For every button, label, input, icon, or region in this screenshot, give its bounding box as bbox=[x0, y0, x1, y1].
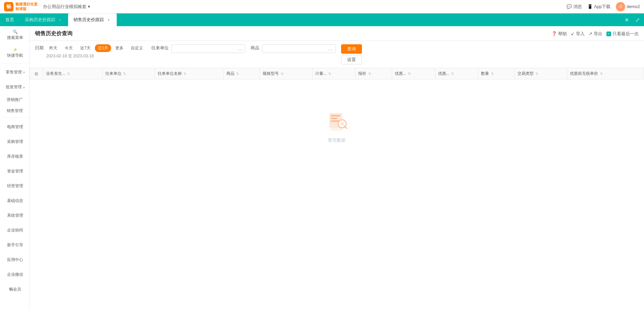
gear-icon[interactable]: ⚙ bbox=[34, 71, 39, 76]
sort-icon: ⇅ bbox=[408, 72, 411, 75]
product-dots-icon[interactable]: ... bbox=[328, 46, 333, 52]
empty-state-icon bbox=[323, 106, 350, 133]
date-btn-1month[interactable]: 近1月 bbox=[95, 44, 111, 52]
sort-icon: ⇅ bbox=[600, 72, 603, 75]
tab-maximize-btn[interactable]: ⤢ bbox=[633, 16, 641, 24]
export-action[interactable]: ↗ 导出 bbox=[589, 31, 602, 37]
sidebar: 🔍 搜索菜单 ⚡ 快捷导航 零售管理 ▾ 批发管理 ▴ 营销推广 销售管理 电商… bbox=[0, 26, 30, 310]
col-discount1[interactable]: 优惠... ⇅ bbox=[392, 68, 435, 80]
tab-sales-history-close[interactable]: × bbox=[106, 17, 111, 22]
tab-close-all-btn[interactable]: ✕ bbox=[623, 16, 631, 24]
sidebar-item-finance-mgmt[interactable]: 资金管理 bbox=[0, 164, 29, 178]
col-unit[interactable]: 计量... ⇅ bbox=[312, 68, 356, 80]
tab-purchase-history-close[interactable]: × bbox=[57, 17, 63, 22]
message-item[interactable]: 💬 消息 bbox=[567, 4, 582, 10]
help-icon: ❓ bbox=[551, 31, 557, 36]
partner-input[interactable] bbox=[174, 46, 238, 51]
col-pretax-price[interactable]: 优惠前无税单价 ⇅ bbox=[567, 68, 644, 80]
date-btn-7days[interactable]: 近7天 bbox=[77, 44, 94, 52]
col-gear: ⚙ bbox=[30, 68, 43, 80]
date-options: 昨天 今天 近7天 近1月 更多 自定义 bbox=[46, 44, 146, 52]
sort-icon: ⇅ bbox=[67, 72, 70, 75]
svg-point-7 bbox=[340, 122, 344, 126]
svg-rect-3 bbox=[331, 118, 337, 119]
svg-rect-4 bbox=[331, 120, 339, 122]
date-btn-more[interactable]: 更多 bbox=[112, 44, 126, 52]
sort-icon: ⇅ bbox=[281, 72, 283, 75]
sidebar-item-app-center[interactable]: 应用中心 bbox=[0, 252, 29, 267]
table-container: ⚙ 业务发生... ⇅ 往来单位 ⇅ 往来单位名称 ⇅ bbox=[30, 68, 644, 310]
tab-purchase-history[interactable]: 采购历史价跟踪 × bbox=[19, 13, 68, 26]
sidebar-item-retail-mgmt[interactable]: 零售管理 ▾ bbox=[0, 65, 29, 80]
sidebar-item-basic-info[interactable]: 基础信息 bbox=[0, 193, 29, 208]
sidebar-item-sales-mgmt[interactable]: 销售管理 bbox=[0, 105, 29, 116]
sidebar-item-search-menu[interactable]: 🔍 搜索菜单 bbox=[0, 26, 29, 44]
date-btn-today[interactable]: 今天 bbox=[62, 44, 76, 52]
product-filter-label: 商品 bbox=[251, 44, 259, 51]
sidebar-item-ecommerce-mgmt[interactable]: 电商管理 bbox=[0, 119, 29, 134]
col-partner-name[interactable]: 往来单位名称 ⇅ bbox=[155, 68, 224, 80]
date-filter: 昨天 今天 近7天 近1月 更多 自定义 2023-02-18 至 2023-0… bbox=[46, 44, 146, 59]
page-title: 销售历史价查询 bbox=[35, 30, 72, 37]
app-download-item[interactable]: 📱 App下载 bbox=[587, 4, 610, 10]
user-item[interactable]: d demo2 bbox=[616, 2, 640, 11]
col-spec[interactable]: 规格型号 ⇅ bbox=[260, 68, 313, 80]
date-btn-custom[interactable]: 自定义 bbox=[128, 44, 146, 52]
svg-rect-2 bbox=[331, 115, 340, 116]
sort-icon: ⇅ bbox=[491, 72, 494, 75]
sidebar-item-system-mgmt[interactable]: 系统管理 bbox=[0, 208, 29, 223]
import-action[interactable]: ↙ 导入 bbox=[571, 31, 585, 37]
product-filter-group: 商品 ... bbox=[251, 44, 336, 53]
sidebar-item-inventory-check[interactable]: 库存核算 bbox=[0, 149, 29, 164]
help-action[interactable]: ❓ 帮助 bbox=[551, 31, 567, 37]
partner-input-wrapper[interactable]: ... bbox=[171, 44, 245, 53]
partner-dots-icon[interactable]: ... bbox=[238, 46, 242, 52]
sidebar-item-enterprise-cooperation[interactable]: 企业协同 bbox=[0, 223, 29, 238]
settings-button[interactable]: 设置 bbox=[341, 55, 362, 64]
top-bar-left: 畅 畅捷通好生意 标准版 办公用品行业模拟账套 ▾ bbox=[4, 2, 93, 11]
col-price[interactable]: 报价 ⇅ bbox=[356, 68, 392, 80]
partner-filter-group: 往来单位 ... bbox=[151, 44, 245, 53]
col-product[interactable]: 商品 ⇅ bbox=[223, 68, 260, 80]
sidebar-item-enterprise-wechat[interactable]: 企业微信 bbox=[0, 267, 29, 282]
sidebar-divider-1 bbox=[0, 63, 29, 63]
app-selector[interactable]: 办公用品行业模拟账套 ▾ bbox=[40, 2, 93, 11]
empty-state-text: 暂无数据 bbox=[328, 137, 345, 143]
chevron-down-icon: ▾ bbox=[88, 4, 90, 9]
col-trade-type[interactable]: 交易类型 ⇅ bbox=[515, 68, 567, 80]
col-qty[interactable]: 数量 ⇅ bbox=[478, 68, 515, 80]
table-head: ⚙ 业务发生... ⇅ 往来单位 ⇅ 往来单位名称 ⇅ bbox=[30, 68, 644, 80]
table-header-row: ⚙ 业务发生... ⇅ 往来单位 ⇅ 往来单位名称 ⇅ bbox=[30, 68, 644, 80]
sort-icon: ⇅ bbox=[236, 72, 239, 75]
data-table: ⚙ 业务发生... ⇅ 往来单位 ⇅ 往来单位名称 ⇅ bbox=[30, 68, 644, 80]
search-menu-icon: 🔍 bbox=[13, 30, 18, 34]
sort-icon: ⇅ bbox=[328, 72, 331, 75]
product-input-wrapper[interactable]: ... bbox=[262, 44, 336, 53]
logo-text: 畅捷通好生意 标准版 bbox=[15, 2, 38, 11]
tab-home[interactable]: 首页 bbox=[0, 13, 19, 26]
col-discount2[interactable]: 优惠... ⇅ bbox=[435, 68, 478, 80]
sidebar-item-wholesale-mgmt[interactable]: 批发管理 ▴ bbox=[0, 80, 29, 94]
sidebar-item-purchase-mgmt[interactable]: 采购管理 bbox=[0, 134, 29, 149]
sidebar-item-marketing[interactable]: 营销推广 bbox=[0, 94, 29, 105]
sidebar-item-operations-mgmt[interactable]: 经营管理 bbox=[0, 178, 29, 193]
sidebar-item-member[interactable]: 畅会员 bbox=[0, 282, 29, 297]
sort-icon: ⇅ bbox=[535, 72, 538, 75]
content-area: 销售历史价查询 ❓ 帮助 ↙ 导入 ↗ 导出 ✓ bbox=[30, 26, 644, 310]
only-last-checkbox-label[interactable]: ✓ 只看最后一次 bbox=[606, 31, 639, 37]
sidebar-item-quick-nav[interactable]: ⚡ 快捷导航 bbox=[0, 44, 29, 62]
date-range-text: 2023-02-18 至 2023-03-18 bbox=[46, 53, 146, 59]
sort-icon: ⇅ bbox=[368, 72, 371, 75]
page-header: 销售历史价查询 ❓ 帮助 ↙ 导入 ↗ 导出 ✓ bbox=[30, 26, 644, 41]
sidebar-item-newbie-guide[interactable]: 新手引导 bbox=[0, 238, 29, 252]
col-partner-code[interactable]: 往来单位 ⇅ bbox=[102, 68, 155, 80]
sort-icon: ⇅ bbox=[451, 72, 454, 75]
logo-icon: 畅 bbox=[4, 2, 13, 11]
page-actions: ❓ 帮助 ↙ 导入 ↗ 导出 ✓ 只看最后一次 bbox=[551, 31, 639, 37]
query-button[interactable]: 查询 bbox=[341, 44, 362, 54]
product-input[interactable] bbox=[265, 46, 328, 51]
col-biz-date[interactable]: 业务发生... ⇅ bbox=[43, 68, 103, 80]
tab-sales-history[interactable]: 销售历史价跟踪 × bbox=[68, 13, 117, 26]
date-btn-yesterday[interactable]: 昨天 bbox=[46, 44, 60, 52]
checkbox-checked-icon: ✓ bbox=[606, 32, 611, 36]
